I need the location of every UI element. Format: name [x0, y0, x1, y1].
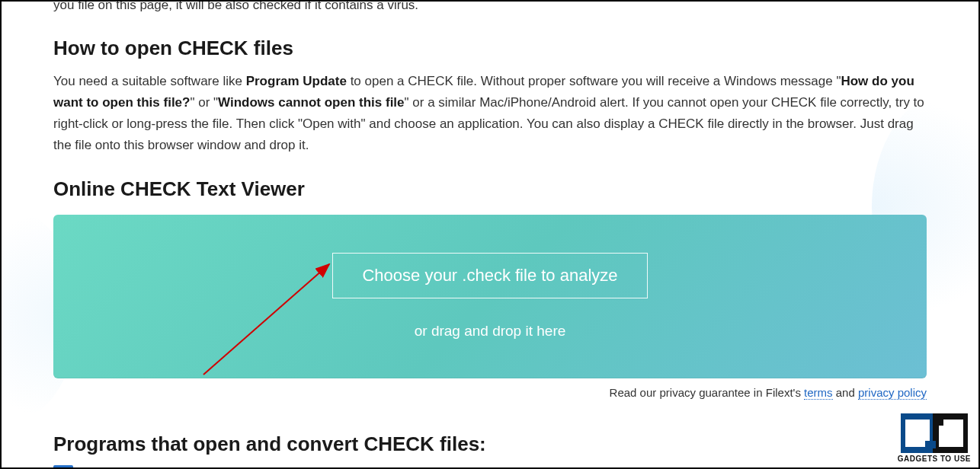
watermark-text: GADGETS TO USE: [898, 455, 971, 463]
svg-rect-4: [925, 441, 936, 448]
file-dropzone[interactable]: Choose your .check file to analyze or dr…: [53, 215, 927, 378]
para-text: to open a CHECK file. Without proper sof…: [347, 74, 841, 88]
privacy-prefix: Read our privacy guarantee in Filext's: [610, 386, 805, 399]
para-text: You need a suitable software like: [53, 74, 246, 88]
program-number-badge: 1: [53, 465, 73, 469]
para-text: " or ": [190, 95, 218, 110]
how-to-open-heading: How to open CHECK files: [53, 37, 927, 60]
para-bold: Windows cannot open this file: [218, 95, 404, 110]
drop-hint-text: or drag and drop it here: [415, 323, 566, 340]
partial-top-text: you file on this page, it will be also c…: [53, 0, 927, 15]
program-list-item: 1 Program Update: [53, 465, 927, 469]
privacy-guarantee-line: Read our privacy guarantee in Filext's t…: [53, 386, 927, 399]
privacy-middle: and: [833, 386, 858, 399]
gadgets-logo-icon: [901, 413, 968, 453]
online-viewer-heading: Online CHECK Text Viewer: [53, 177, 927, 201]
privacy-policy-link[interactable]: privacy policy: [858, 386, 927, 400]
programs-heading: Programs that open and convert CHECK fil…: [53, 432, 927, 456]
how-to-open-paragraph: You need a suitable software like Progra…: [53, 71, 927, 156]
watermark-logo-container: GADGETS TO USE: [898, 413, 971, 463]
para-bold: Program Update: [246, 74, 347, 88]
choose-file-button[interactable]: Choose your .check file to analyze: [332, 253, 647, 298]
terms-link[interactable]: terms: [804, 386, 833, 400]
svg-rect-5: [933, 418, 943, 426]
